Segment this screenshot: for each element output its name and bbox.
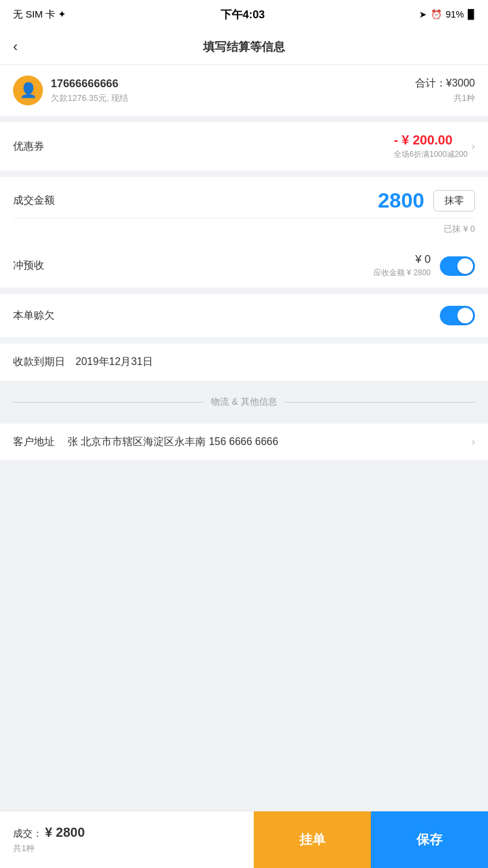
empty-area [0,467,488,597]
address-value: 张 北京市市辖区海淀区永丰南 156 6666 6666 [68,434,465,450]
deal-section: 成交金额 2800 抹零 已抹 ¥ 0 冲预收 ¥ 0 应收金额 ¥ 2800 [0,177,488,288]
debt-toggle[interactable] [440,306,475,325]
location-icon: ➤ [419,9,427,20]
deal-amount-value: 2800 [378,189,424,213]
address-label: 客户地址 [13,435,55,449]
bottom-deal-label: 成交： [13,828,42,839]
avatar: 👤 [13,75,43,105]
debt-label: 本单赊欠 [13,309,55,323]
precollect-toggle[interactable] [440,256,475,276]
customer-total: 合计：¥3000 [415,77,476,90]
customer-left: 👤 17666666666 欠款1276.35元, 现结 [13,75,128,105]
page-title: 填写结算等信息 [203,39,285,55]
back-button[interactable]: ‹ [13,38,18,55]
logistics-divider-text: 物流 & 其他信息 [211,396,277,408]
customer-right: 合计：¥3000 共1种 [415,77,476,104]
precollect-label: 冲预收 [13,259,44,273]
round-zero-button[interactable]: 抹零 [433,190,475,211]
customer-count: 共1种 [415,92,476,104]
deal-amount-right: 2800 抹零 [378,189,475,213]
address-section[interactable]: 客户地址 张 北京市市辖区海淀区永丰南 156 6666 6666 › [0,424,488,460]
bottom-deal-row: 成交： ¥ 2800 [13,825,241,840]
sim-label: 无 SIM 卡 ✦ [13,8,66,21]
precollect-sub: 应收金额 ¥ 2800 [373,267,431,278]
status-right: ➤ ⏰ 91% ▉ [419,9,475,20]
bottom-summary: 成交： ¥ 2800 共1种 [0,825,254,854]
coupon-label: 优惠券 [13,140,44,154]
debt-row: 本单赊欠 [13,294,475,337]
divider-line-left [13,402,203,403]
coupon-desc: 全场6折满1000减200 [394,149,467,160]
precollect-value: ¥ 0 [373,253,431,266]
customer-debt: 欠款1276.35元, 现结 [51,92,128,104]
bottom-count: 共1种 [13,843,241,854]
hang-button[interactable]: 挂单 [254,811,371,868]
due-date-label: 收款到期日 [13,355,65,369]
due-date-section: 收款到期日 2019年12月31日 [0,344,488,381]
bottom-actions: 挂单 保存 [254,811,488,868]
battery-label: 91% [446,9,464,20]
logistics-divider: 物流 & 其他信息 [0,387,488,417]
coupon-row[interactable]: 优惠券 - ¥ 200.00 全场6折满1000减200 › [0,122,488,170]
coupon-right: - ¥ 200.00 全场6折满1000减200 › [394,133,475,160]
nav-bar: ‹ 填写结算等信息 [0,29,488,65]
debt-section: 本单赊欠 [0,294,488,337]
coupon-chevron-icon: › [472,141,475,152]
bottom-deal-amount: ¥ 2800 [45,825,85,839]
avatar-icon: 👤 [20,82,37,99]
alarm-icon: ⏰ [431,9,442,20]
customer-phone: 17666666666 [51,77,128,90]
customer-info: 17666666666 欠款1276.35元, 现结 [51,77,128,104]
address-chevron-icon: › [472,436,475,448]
status-bar: 无 SIM 卡 ✦ 下午4:03 ➤ ⏰ 91% ▉ [0,0,488,29]
precollect-right: ¥ 0 应收金额 ¥ 2800 [373,253,475,278]
status-left: 无 SIM 卡 ✦ [13,8,66,21]
precollect-row: 冲预收 ¥ 0 应收金额 ¥ 2800 [13,244,475,288]
customer-row: 👤 17666666666 欠款1276.35元, 现结 合计：¥3000 共1… [0,65,488,116]
precollect-amount: ¥ 0 应收金额 ¥ 2800 [373,253,431,278]
deal-amount-row: 成交金额 2800 抹零 [13,177,475,219]
battery-icon: ▉ [468,9,475,20]
page-content: 👤 17666666666 欠款1276.35元, 现结 合计：¥3000 共1… [0,65,488,662]
deal-sub-text: 已抹 ¥ 0 [444,224,475,234]
bottom-bar: 成交： ¥ 2800 共1种 挂单 保存 [0,811,488,868]
save-button[interactable]: 保存 [371,811,488,868]
coupon-amount: - ¥ 200.00 [394,133,452,147]
deal-amount-label: 成交金额 [13,194,55,208]
divider-line-right [285,402,475,403]
status-time: 下午4:03 [221,7,265,22]
due-date-value: 2019年12月31日 [75,355,153,369]
deal-sub-row: 已抹 ¥ 0 [13,219,475,244]
due-date-row: 收款到期日 2019年12月31日 [13,344,475,381]
